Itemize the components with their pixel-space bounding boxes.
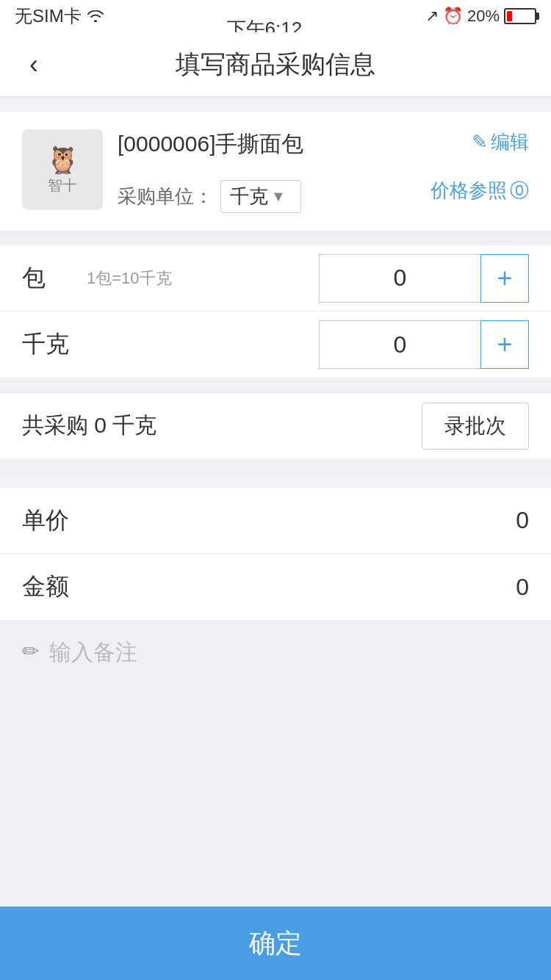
price-ref-label: 价格参照: [431, 178, 507, 203]
amount-row: 金额 0: [0, 554, 551, 620]
unit-select[interactable]: 千克 ▼: [220, 180, 301, 213]
alarm-icon: ⏰: [443, 7, 463, 26]
product-logo-icon: 🦉: [46, 145, 79, 176]
kg-input-row: 千克 +: [0, 311, 551, 378]
product-image: 🦉 智十: [22, 129, 103, 210]
status-bar: 无SIM卡 下午6:12 ↗ ⏰ 20%: [0, 0, 551, 32]
price-section: 单价 0 金额 0: [0, 488, 551, 620]
carrier-label: 无SIM卡: [15, 4, 82, 28]
pencil-icon: ✏: [22, 639, 39, 663]
unit-price-row: 单价 0: [0, 488, 551, 554]
section-divider-2: [0, 458, 551, 473]
bag-label: 包: [22, 262, 81, 295]
battery-icon: [504, 7, 536, 26]
chevron-down-icon: ▼: [271, 188, 286, 205]
section-divider-1: [0, 231, 551, 245]
status-right: ↗ ⏰ 20%: [425, 7, 536, 26]
location-icon: ↗: [425, 7, 439, 26]
bag-sublabel: 1包=10千克: [87, 267, 172, 289]
product-logo-text: 智十: [48, 176, 77, 195]
product-unit: 采购单位： 千克 ▼: [118, 180, 301, 213]
product-card: 🦉 智十 [0000006]手撕面包 ✎ 编辑 采购单位： 千克 ▼ 价格参照 …: [0, 112, 551, 231]
kg-label: 千克: [22, 328, 81, 361]
bag-input-control: +: [319, 254, 529, 303]
confirm-button[interactable]: 确定: [0, 907, 551, 980]
product-info: [0000006]手撕面包 ✎ 编辑 采购单位： 千克 ▼ 价格参照 ⓪: [118, 129, 529, 213]
battery-label: 20%: [467, 7, 500, 26]
nav-bar: ‹ 填写商品采购信息: [0, 32, 551, 97]
kg-input-control: +: [319, 320, 529, 369]
unit-price-value: 0: [516, 507, 529, 534]
product-name: [0000006]手撕面包: [118, 129, 472, 159]
page-title: 填写商品采购信息: [176, 48, 375, 82]
summary-row: 共采购 0 千克 录批次: [0, 392, 551, 458]
amount-label: 金额: [22, 571, 69, 603]
back-button[interactable]: ‹: [22, 42, 46, 87]
remark-placeholder: 输入备注: [49, 638, 137, 668]
bag-input-row: 包 1包=10千克 +: [0, 245, 551, 311]
remark-section[interactable]: ✏ 输入备注: [0, 620, 551, 693]
unit-price-label: 单价: [22, 505, 69, 537]
kg-plus-button[interactable]: +: [480, 320, 529, 369]
unit-value: 千克: [230, 184, 268, 209]
quantity-input-section: 包 1包=10千克 + 千克 +: [0, 245, 551, 378]
product-header: [0000006]手撕面包 ✎ 编辑: [118, 129, 529, 159]
edit-button[interactable]: ✎ 编辑: [472, 129, 529, 155]
unit-label: 采购单位：: [118, 184, 213, 209]
edit-icon: ✎: [472, 131, 488, 154]
bag-quantity-input[interactable]: [319, 254, 480, 303]
help-icon: ⓪: [510, 178, 529, 203]
kg-quantity-input[interactable]: [319, 320, 480, 369]
bag-plus-button[interactable]: +: [480, 254, 529, 303]
price-reference-button[interactable]: 价格参照 ⓪: [431, 178, 529, 203]
product-bottom-row: 采购单位： 千克 ▼ 价格参照 ⓪: [118, 168, 529, 213]
wifi-icon: [87, 6, 104, 26]
amount-value: 0: [516, 574, 529, 601]
content-area: [0, 693, 551, 943]
batch-button[interactable]: 录批次: [422, 403, 529, 450]
edit-label: 编辑: [491, 129, 529, 155]
summary-text: 共采购 0 千克: [22, 411, 156, 441]
status-left: 无SIM卡: [15, 4, 104, 28]
